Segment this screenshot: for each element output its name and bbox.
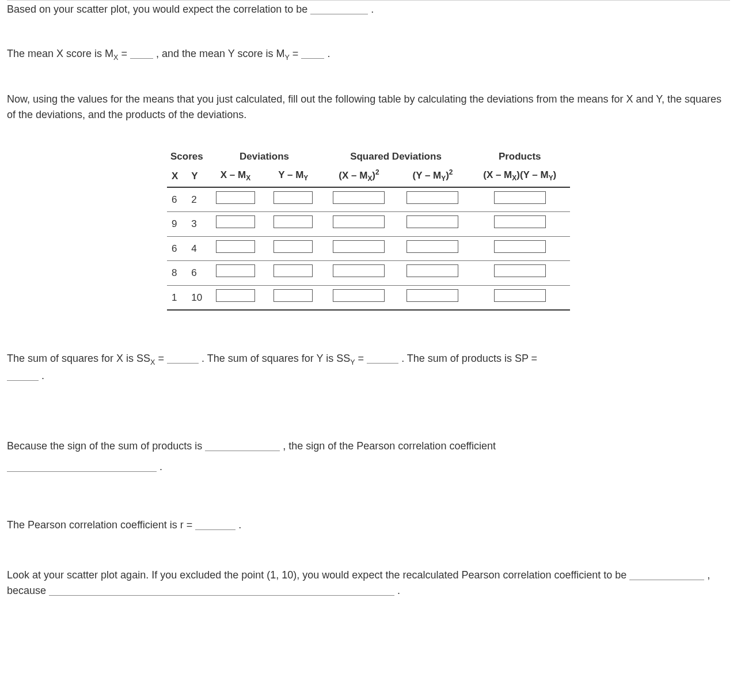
input-ymy[interactable] (273, 191, 313, 204)
cell-y: 10 (187, 285, 206, 310)
table-row: 9 3 (167, 212, 570, 237)
th-squared-deviations: Squared Deviations (322, 146, 469, 165)
question-r: The Pearson correlation coefficient is r… (7, 517, 730, 533)
q5-end: . (238, 519, 241, 531)
q5-a: The Pearson correlation coefficient is r… (7, 519, 195, 531)
input-ymy2[interactable] (407, 289, 458, 302)
input-xmx[interactable] (216, 191, 255, 204)
input-ymy2[interactable] (407, 215, 458, 228)
q2-a: The mean X score is M (7, 48, 113, 59)
cell-y: 6 (187, 261, 206, 286)
blank-correlation-expected[interactable] (310, 4, 368, 14)
blank-sign-sp[interactable] (205, 441, 280, 451)
col-y: Y (187, 165, 206, 187)
col-xmx2: (X – MX)2 (322, 165, 396, 187)
th-products: Products (469, 146, 570, 165)
q3-a: The sum of squares for X is SS (7, 353, 150, 364)
input-ymy2[interactable] (407, 264, 458, 277)
table-group-header: Scores Deviations Squared Deviations Pro… (167, 146, 570, 165)
th-deviations: Deviations (207, 146, 322, 165)
input-xmx2[interactable] (333, 289, 385, 302)
blank-mean-x[interactable] (130, 48, 153, 59)
input-ymy[interactable] (273, 289, 313, 302)
col-ymy2: (Y – MY)2 (396, 165, 469, 187)
q2-mid-sub: Y (284, 54, 289, 62)
q3-end: . (41, 370, 44, 381)
input-product[interactable] (494, 289, 546, 302)
input-xmx[interactable] (216, 215, 255, 228)
input-xmx2[interactable] (333, 240, 385, 253)
input-product[interactable] (494, 240, 546, 253)
question-correlation-expectation: Based on your scatter plot, you would ex… (7, 2, 730, 17)
question-exclude-point: Look at your scatter plot again. If you … (7, 567, 730, 599)
input-xmx2[interactable] (333, 215, 385, 228)
table-row: 6 4 (167, 236, 570, 261)
cell-y: 4 (187, 236, 206, 261)
blank-ssx[interactable] (167, 353, 199, 364)
input-xmx[interactable] (216, 289, 255, 302)
q1-text: Based on your scatter plot, you would ex… (7, 3, 307, 15)
question-sums: The sum of squares for X is SSX = . The … (7, 351, 730, 383)
input-product[interactable] (494, 191, 546, 204)
col-ymy: Y – MY (264, 165, 322, 187)
cell-x: 9 (167, 212, 187, 237)
question-sign: Because the sign of the sum of products … (7, 436, 730, 477)
input-ymy[interactable] (273, 215, 313, 228)
blank-sign-pearson[interactable] (7, 461, 157, 472)
question-means: The mean X score is MX = , and the mean … (7, 46, 730, 63)
q1-post: . (371, 3, 374, 15)
deviations-table: Scores Deviations Squared Deviations Pro… (167, 146, 570, 311)
blank-mean-y[interactable] (301, 48, 324, 59)
q4-a: Because the sign of the sum of products … (7, 440, 205, 452)
input-product[interactable] (494, 264, 546, 277)
blank-r[interactable] (195, 520, 235, 530)
blank-ssy[interactable] (367, 353, 398, 364)
q3-b: . The sum of squares for Y is SS (202, 353, 350, 364)
cell-x: 1 (167, 285, 187, 310)
q2-mid2: = (290, 48, 302, 59)
table-row: 1 10 (167, 285, 570, 310)
input-ymy[interactable] (273, 264, 313, 277)
col-xmx: X – MX (207, 165, 264, 187)
blank-because[interactable] (49, 585, 394, 596)
input-ymy[interactable] (273, 240, 313, 253)
q3-c: . The sum of products is SP = (401, 353, 537, 364)
input-ymy2[interactable] (407, 240, 458, 253)
cell-y: 2 (187, 187, 206, 212)
input-xmx2[interactable] (333, 264, 385, 277)
q2-end: . (327, 48, 330, 59)
table-row: 6 2 (167, 187, 570, 212)
table-row: 8 6 (167, 261, 570, 286)
cell-y: 3 (187, 212, 206, 237)
q2-mid: , and the mean Y score is M (156, 48, 284, 59)
col-x: X (167, 165, 187, 187)
q4-end: . (159, 461, 162, 472)
q6-a: Look at your scatter plot again. If you … (7, 569, 629, 581)
blank-recalc-r[interactable] (629, 570, 704, 580)
input-product[interactable] (494, 215, 546, 228)
deviations-table-container: Scores Deviations Squared Deviations Pro… (167, 146, 570, 311)
col-products: (X – MX)(Y – MY) (469, 165, 570, 187)
input-xmx[interactable] (216, 264, 255, 277)
q2-a2: = (118, 48, 130, 59)
table-column-header: X Y X – MX Y – MY (X – MX)2 (Y – MY)2 (X… (167, 165, 570, 187)
input-xmx2[interactable] (333, 191, 385, 204)
cell-x: 6 (167, 236, 187, 261)
th-scores: Scores (167, 146, 207, 165)
instructions: Now, using the values for the means that… (7, 92, 730, 123)
cell-x: 6 (167, 187, 187, 212)
input-ymy2[interactable] (407, 191, 458, 204)
blank-sp[interactable] (7, 370, 39, 381)
q6-end: . (397, 585, 400, 596)
q4-b: , the sign of the Pearson correlation co… (283, 440, 496, 452)
cell-x: 8 (167, 261, 187, 286)
input-xmx[interactable] (216, 240, 255, 253)
